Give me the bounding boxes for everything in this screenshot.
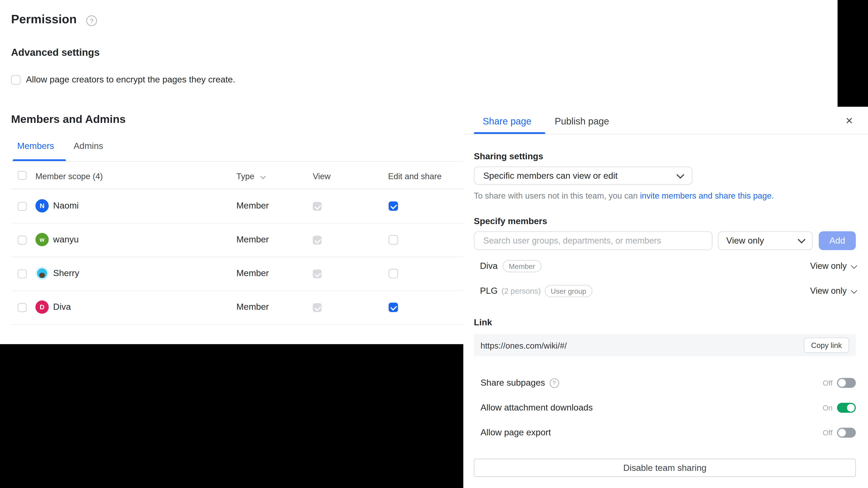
share-dialog: Share page Publish page ✕ Sharing settin… <box>463 107 868 488</box>
table-row: w wanyu Member <box>11 223 463 257</box>
toggle-state-label: On <box>823 404 833 412</box>
member-name: Diva <box>53 302 71 312</box>
page-export-toggle[interactable] <box>837 428 856 437</box>
permission-dropdown-value: View only <box>726 236 764 246</box>
select-all-checkbox[interactable] <box>18 171 26 180</box>
edit-share-checkbox[interactable] <box>389 235 398 245</box>
col-view: View <box>313 171 331 181</box>
shared-entry-row: PLG (2 persons) User group View only <box>480 285 856 298</box>
chevron-down-icon <box>676 170 684 178</box>
members-admins-heading: Members and Admins <box>11 113 126 126</box>
permission-dropdown[interactable]: View only <box>718 231 813 250</box>
member-name: Naomi <box>53 201 79 211</box>
permission-page: Permission ? Advanced settings Allow pag… <box>0 0 868 488</box>
edit-share-checkbox[interactable] <box>389 201 398 211</box>
entry-name: PLG <box>480 286 498 296</box>
sharing-helper-text: To share with users not in this team, yo… <box>474 191 774 200</box>
page-export-row: Allow page export Off <box>480 427 856 438</box>
type-sort-chevron-icon[interactable] <box>260 173 266 179</box>
share-subpages-text: Share subpages <box>480 378 545 388</box>
helper-prefix: To share with users not in this team, yo… <box>474 191 640 200</box>
member-name: Sherry <box>53 268 79 278</box>
share-url: https://ones.com/wiki/#/ <box>480 340 567 350</box>
close-icon[interactable]: ✕ <box>845 116 853 126</box>
dialog-tabs-divider <box>463 134 868 134</box>
tab-admins[interactable]: Admins <box>74 141 103 151</box>
redacted-region-top-right <box>837 0 868 107</box>
attachment-downloads-toggle[interactable] <box>837 403 856 413</box>
col-member-scope: Member scope (4) <box>35 171 103 181</box>
toggle-label: Share subpages? <box>480 378 559 388</box>
row-select-checkbox[interactable] <box>18 303 26 312</box>
avatar: D <box>35 300 49 314</box>
col-type[interactable]: Type <box>237 171 254 181</box>
link-label: Link <box>474 318 492 328</box>
view-checkbox <box>313 236 322 245</box>
edit-share-checkbox[interactable] <box>389 269 398 278</box>
chevron-down-icon[interactable] <box>851 287 857 293</box>
table-row: D Diva Member <box>11 291 463 325</box>
entry-badge: Member <box>503 260 541 272</box>
tab-share-page[interactable]: Share page <box>483 116 531 127</box>
tab-publish-page[interactable]: Publish page <box>555 116 609 127</box>
member-search-field <box>474 231 712 250</box>
share-subpages-help-icon[interactable]: ? <box>550 378 559 388</box>
toggle-state-label: Off <box>823 429 833 437</box>
share-subpages-toggle[interactable] <box>837 378 856 388</box>
row-select-checkbox[interactable] <box>18 236 26 245</box>
entry-permission-dropdown[interactable]: View only <box>810 286 847 296</box>
member-type: Member <box>237 201 269 211</box>
member-search-input[interactable] <box>482 235 704 246</box>
avatar: w <box>35 233 49 246</box>
sharing-settings-label: Sharing settings <box>474 152 543 162</box>
permission-help-icon[interactable]: ? <box>86 15 97 26</box>
link-bar: https://ones.com/wiki/#/ Copy link <box>474 334 856 356</box>
share-subpages-row: Share subpages? Off <box>480 377 856 388</box>
encrypt-label: Allow page creators to encrypt the pages… <box>26 75 235 85</box>
member-table-header: Member scope (4) Type View Edit and shar… <box>11 161 463 189</box>
entry-permission-dropdown[interactable]: View only <box>810 261 847 271</box>
tab-members[interactable]: Members <box>17 141 54 151</box>
view-checkbox <box>313 269 322 278</box>
disable-team-sharing-button[interactable]: Disable team sharing <box>474 459 856 477</box>
shared-entry-row: Diva Member View only <box>480 260 856 273</box>
row-select-checkbox[interactable] <box>18 269 26 278</box>
sharing-settings-dropdown[interactable]: Specific members can view or edit <box>474 166 692 185</box>
entry-count: (2 persons) <box>502 287 541 295</box>
member-type: Member <box>237 302 269 312</box>
toggle-state-label: Off <box>823 379 833 387</box>
view-checkbox <box>313 303 322 312</box>
attachment-downloads-row: Allow attachment downloads On <box>480 402 856 413</box>
view-checkbox <box>313 202 322 211</box>
specify-members-label: Specify members <box>474 217 547 226</box>
toggle-label: Allow attachment downloads <box>480 403 593 413</box>
add-button[interactable]: Add <box>819 231 856 250</box>
member-type: Member <box>237 268 269 278</box>
toggle-label: Allow page export <box>480 428 551 437</box>
sharing-settings-value: Specific members can view or edit <box>483 171 618 181</box>
avatar: N <box>35 199 49 213</box>
entry-badge: User group <box>545 285 592 297</box>
encrypt-setting-row: Allow page creators to encrypt the pages… <box>11 75 235 85</box>
member-type: Member <box>237 234 269 245</box>
entry-name: Diva <box>480 261 498 271</box>
advanced-settings-heading: Advanced settings <box>11 47 100 59</box>
table-row: Sherry Member <box>11 257 463 291</box>
chevron-down-icon[interactable] <box>851 262 857 268</box>
row-select-checkbox[interactable] <box>18 202 26 211</box>
chevron-down-icon <box>798 236 806 243</box>
encrypt-checkbox[interactable] <box>11 75 21 85</box>
copy-link-button[interactable]: Copy link <box>804 337 849 353</box>
edit-share-checkbox[interactable] <box>389 303 398 312</box>
page-title: Permission <box>11 12 76 27</box>
table-row: N Naomi Member <box>11 189 463 224</box>
member-name: wanyu <box>53 234 79 245</box>
invite-members-link[interactable]: invite members and share this page. <box>640 191 774 200</box>
redacted-region-bottom-left <box>0 344 463 488</box>
col-edit-share: Edit and share <box>388 171 442 181</box>
avatar <box>35 267 49 280</box>
